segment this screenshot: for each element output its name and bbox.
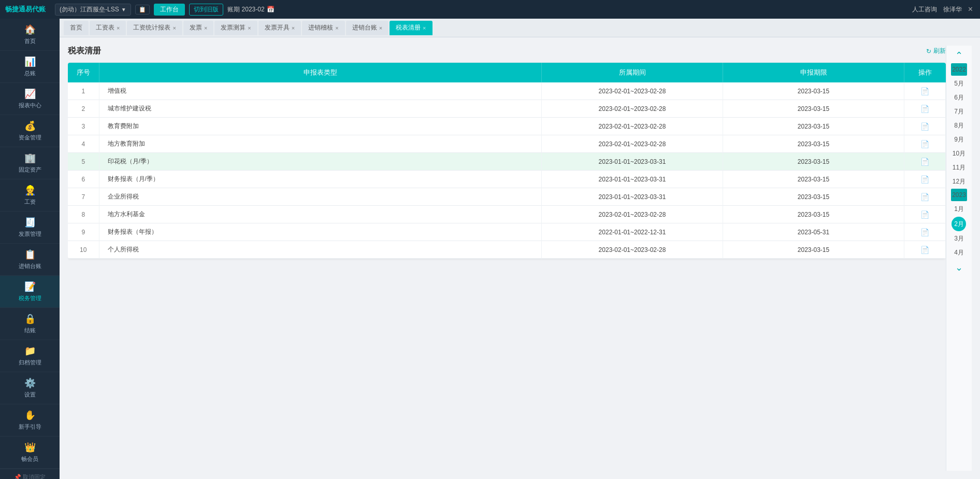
tab-purchase-check[interactable]: 进销稽核× xyxy=(302,21,344,35)
month-6月[interactable]: 6月 xyxy=(951,91,967,105)
month-11月[interactable]: 11月 xyxy=(951,161,967,175)
action-icon-4[interactable]: 📄 xyxy=(920,158,929,166)
action-icon-6[interactable]: 📄 xyxy=(920,193,929,201)
month-1月[interactable]: 1月 xyxy=(951,202,967,216)
action-icon-7[interactable]: 📄 xyxy=(920,210,929,219)
tab-tax-register[interactable]: 税表清册× xyxy=(390,21,432,35)
sidebar-label-close: 结账 xyxy=(24,327,36,334)
tab-payroll-report[interactable]: 工资统计报表× xyxy=(127,21,182,35)
cell-action-4[interactable]: 📄 xyxy=(904,153,946,171)
sidebar-item-close[interactable]: 🔒结账 xyxy=(0,308,60,340)
tab-payroll[interactable]: 工资表× xyxy=(90,21,126,35)
tab-bar: 首页工资表×工资统计报表×发票×发票测算×发票开具×进销稽核×进销台账×税表清册… xyxy=(60,19,980,37)
company-selector[interactable]: (勿动）江西服垒-LSS ▼ xyxy=(55,4,131,16)
cell-no-3: 4 xyxy=(68,135,99,153)
sidebar-item-member[interactable]: 👑畅会员 xyxy=(0,436,60,469)
sidebar-item-archive[interactable]: 📁归档管理 xyxy=(0,340,60,372)
cell-period-8: 2022-01-01~2022-12-31 xyxy=(542,223,723,241)
workbench-button[interactable]: 工作台 xyxy=(154,4,185,16)
year-2022-label: 2022 xyxy=(951,63,967,76)
tab-close-payroll[interactable]: × xyxy=(117,25,120,31)
main-layout: 🏠首页📊总账📈报表中心💰资金管理🏢固定资产👷工资🧾发票管理📋进销台账📝税务管理🔒… xyxy=(0,19,980,479)
cell-period-4: 2023-01-01~2023-03-31 xyxy=(542,153,723,171)
copy-button[interactable]: 📋 xyxy=(135,5,150,15)
cell-action-7[interactable]: 📄 xyxy=(904,206,946,223)
month-2月[interactable]: 2月 xyxy=(952,217,966,231)
user-area: 人工咨询 徐泽华 xyxy=(912,5,962,14)
sidebar-item-home[interactable]: 🏠首页 xyxy=(0,19,60,51)
cell-period-9: 2023-02-01~2023-02-28 xyxy=(542,241,723,259)
cell-action-5[interactable]: 📄 xyxy=(904,171,946,188)
month-5月[interactable]: 5月 xyxy=(951,77,967,91)
sidebar-item-invoice-mgmt[interactable]: 🧾发票管理 xyxy=(0,212,60,244)
action-icon-1[interactable]: 📄 xyxy=(920,105,929,113)
cell-type-7: 地方水利基金 xyxy=(99,206,542,223)
tab-invoice-open[interactable]: 发票开具× xyxy=(258,21,301,35)
month-7月[interactable]: 7月 xyxy=(951,105,967,119)
user-name: 徐泽华 xyxy=(943,5,962,14)
tab-close-tax-register[interactable]: × xyxy=(423,25,426,31)
tab-close-invoice[interactable]: × xyxy=(204,25,207,31)
switch-old-button[interactable]: 切到旧版 xyxy=(189,4,223,16)
sidebar-label-settings: 设置 xyxy=(24,391,36,399)
sidebar-label-archive: 归档管理 xyxy=(19,359,41,367)
calendar-up-icon[interactable]: ⌃ xyxy=(953,48,965,63)
tab-invoice[interactable]: 发票× xyxy=(183,21,213,35)
tab-close-invoice-open[interactable]: × xyxy=(292,25,295,31)
chevron-down-icon: ▼ xyxy=(121,7,126,12)
sidebar-item-reports[interactable]: 📈报表中心 xyxy=(0,83,60,115)
tab-close-invoice-check[interactable]: × xyxy=(248,25,251,31)
action-icon-0[interactable]: 📄 xyxy=(920,87,929,95)
sidebar-item-tax[interactable]: 📝税务管理 xyxy=(0,276,60,308)
month-3月[interactable]: 3月 xyxy=(951,232,967,246)
archive-icon: 📁 xyxy=(24,345,36,357)
month-8月[interactable]: 8月 xyxy=(951,119,967,133)
close-icon[interactable]: × xyxy=(966,5,975,14)
sidebar-item-assets[interactable]: 🏢固定资产 xyxy=(0,147,60,179)
action-icon-3[interactable]: 📄 xyxy=(920,140,929,148)
cell-action-0[interactable]: 📄 xyxy=(904,82,946,100)
cell-deadline-0: 2023-03-15 xyxy=(723,82,904,100)
sidebar-item-guide[interactable]: ✋新手引导 xyxy=(0,404,60,436)
tab-home[interactable]: 首页 xyxy=(64,21,89,35)
tab-label-payroll-report: 工资统计报表 xyxy=(133,23,170,32)
tab-purchase-ledger[interactable]: 进销台账× xyxy=(346,21,388,35)
period-value: 2023-02 xyxy=(242,6,265,13)
month-9月[interactable]: 9月 xyxy=(951,133,967,147)
tab-close-payroll-report[interactable]: × xyxy=(172,25,176,31)
tab-close-purchase-ledger[interactable]: × xyxy=(379,25,382,31)
action-icon-2[interactable]: 📄 xyxy=(920,122,929,131)
sidebar-item-purchase[interactable]: 📋进销台账 xyxy=(0,244,60,276)
cell-deadline-7: 2023-03-15 xyxy=(723,206,904,223)
human-consult[interactable]: 人工咨询 xyxy=(912,5,937,14)
invoice-mgmt-icon: 🧾 xyxy=(24,217,36,228)
action-icon-9[interactable]: 📄 xyxy=(920,246,929,254)
month-10月[interactable]: 10月 xyxy=(951,147,967,161)
action-icon-8[interactable]: 📄 xyxy=(920,228,929,236)
cell-action-3[interactable]: 📄 xyxy=(904,135,946,153)
sidebar-unpin-button[interactable]: 📌 取消固定 xyxy=(0,469,60,479)
cell-deadline-6: 2023-03-15 xyxy=(723,188,904,206)
pin-icon: 📌 xyxy=(14,474,21,479)
tab-close-purchase-check[interactable]: × xyxy=(335,25,338,31)
cell-action-6[interactable]: 📄 xyxy=(904,188,946,206)
cell-action-1[interactable]: 📄 xyxy=(904,100,946,118)
payroll-icon: 👷 xyxy=(24,185,36,196)
cell-deadline-5: 2023-03-15 xyxy=(723,171,904,188)
table-row: 3 教育费附加 2023-02-01~2023-02-28 2023-03-15… xyxy=(68,118,946,135)
cell-action-2[interactable]: 📄 xyxy=(904,118,946,135)
settings-icon: ⚙️ xyxy=(24,377,36,389)
sidebar-item-fund[interactable]: 💰资金管理 xyxy=(0,115,60,147)
sidebar-item-payroll[interactable]: 👷工资 xyxy=(0,179,60,212)
refresh-button[interactable]: ↻ 刷新 xyxy=(926,47,946,55)
cell-action-8[interactable]: 📄 xyxy=(904,223,946,241)
calendar-down-icon[interactable]: ⌄ xyxy=(953,260,965,275)
company-name: (勿动）江西服垒-LSS xyxy=(60,5,119,14)
cell-action-9[interactable]: 📄 xyxy=(904,241,946,259)
tab-invoice-check[interactable]: 发票测算× xyxy=(214,21,257,35)
sidebar-item-settings[interactable]: ⚙️设置 xyxy=(0,372,60,404)
action-icon-5[interactable]: 📄 xyxy=(920,175,929,184)
sidebar-item-ledger[interactable]: 📊总账 xyxy=(0,51,60,83)
month-12月[interactable]: 12月 xyxy=(951,175,967,189)
month-4月[interactable]: 4月 xyxy=(951,246,967,260)
